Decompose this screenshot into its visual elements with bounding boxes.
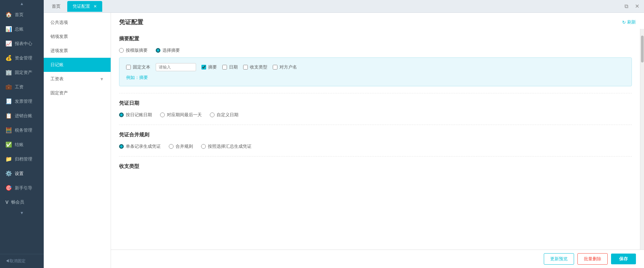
radio-select-summary-input[interactable] [156,48,160,53]
reports-icon: 📈 [5,40,12,47]
checkbox-summary-input[interactable] [201,65,206,70]
checkbox-date[interactable]: 日期 [222,64,238,70]
main-scrollbar[interactable] [640,29,644,250]
refresh-button[interactable]: ↻ 刷新 [622,19,636,25]
fixed-text-input[interactable] [156,63,196,71]
radio-merge-rules[interactable]: 合并规则 [169,143,193,149]
batch-delete-button[interactable]: 批量删除 [577,253,608,265]
radio-last-period-day[interactable]: 对应期间最后一天 [160,112,202,118]
restore-button[interactable]: ⧉ [622,3,630,10]
sidebar-item-settlement[interactable]: ✅ 结账 [0,137,44,152]
voucher-date-title: 凭证日期 [119,100,632,106]
left-nav: 公共选项 销项发票 进项发票 日记账 工资表 ▼ 固定资产 [44,13,111,268]
radio-select-summary-gen-input[interactable] [201,144,206,149]
radio-single-record-input[interactable] [119,144,124,149]
radio-journal-date[interactable]: 按日记账日期 [119,112,152,118]
summary-radio-group: 按模版摘要 选择摘要 [119,47,632,53]
radio-template-summary-input[interactable] [119,48,124,53]
update-preview-button[interactable]: 更新预览 [544,253,574,265]
checkbox-fixed-text[interactable]: 固定文本 [126,64,150,70]
sidebar-item-vip[interactable]: V 畅会员 [0,195,44,209]
sidebar-item-funds[interactable]: 💰 资金管理 [0,51,44,65]
checkbox-counterparty-input[interactable] [273,65,277,70]
radio-custom-date-input[interactable] [210,113,215,117]
checkbox-summary[interactable]: 摘要 [201,64,217,70]
merge-rules-title: 凭证合并规则 [119,132,632,138]
radio-merge-rules-input[interactable] [169,144,174,149]
radio-select-summary[interactable]: 选择摘要 [156,47,180,53]
checkbox-income-type-input[interactable] [243,65,248,70]
sidebar-scroll-up[interactable]: ▲ [0,0,44,7]
income-type-title: 收支类型 [119,163,632,170]
left-nav-purchase-invoice[interactable]: 进项发票 [44,44,111,58]
close-button[interactable]: ✕ [633,2,641,10]
save-button[interactable]: 保存 [611,254,636,264]
page-header: 凭证配置 ↻ 刷新 [111,13,644,29]
page-title: 凭证配置 [119,18,143,26]
radio-select-summary-gen[interactable]: 按照选择汇总生成凭证 [201,143,252,149]
income-type-section: 收支类型 [119,157,632,182]
example-text: 例如：摘要 [126,75,625,81]
checkbox-date-input[interactable] [222,65,227,70]
radio-single-record[interactable]: 单条记录生成凭证 [119,143,161,149]
chevron-down-icon: ▼ [100,77,104,82]
checkbox-counterparty[interactable]: 对方户名 [273,64,297,70]
vip-icon: V [5,199,8,205]
invoice-icon: 🧾 [5,98,12,104]
content-wrapper: 公共选项 销项发票 进项发票 日记账 工资表 ▼ 固定资产 凭证配置 [44,13,644,268]
radio-journal-date-input[interactable] [119,113,124,117]
guide-icon: 🎯 [5,185,12,191]
ledger-icon: 📊 [5,26,12,32]
tab-voucher-config[interactable]: 凭证配置 ✕ [67,1,102,12]
checkbox-income-type[interactable]: 收支类型 [243,64,267,70]
sidebar-item-reports[interactable]: 📈 报表中心 [0,36,44,51]
sidebar-item-invoice[interactable]: 🧾 发票管理 [0,94,44,108]
sidebar-item-fixed-assets[interactable]: 🏢 固定资产 [0,65,44,80]
sidebar-item-sales-ledger[interactable]: 📋 进销台账 [0,108,44,123]
left-nav-sales-invoice[interactable]: 销项发票 [44,30,111,44]
sidebar-item-home[interactable]: 🏠 首页 [0,7,44,22]
voucher-date-radio-group: 按日记账日期 对应期间最后一天 自定义日期 [119,112,632,118]
settings-icon: ⚙️ [5,170,12,177]
sidebar-item-ledger[interactable]: 📊 总账 [0,22,44,36]
radio-last-period-day-input[interactable] [160,113,165,117]
page-area: 凭证配置 ↻ 刷新 摘要配置 按模版摘要 [111,13,644,268]
radio-custom-date[interactable]: 自定义日期 [210,112,238,118]
summary-config-section: 摘要配置 按模版摘要 选择摘要 [119,29,632,93]
checkbox-fixed-text-input[interactable] [126,65,131,70]
tab-bar: 首页 凭证配置 ✕ ⧉ ✕ [44,0,644,13]
merge-rules-section: 凭证合并规则 单条记录生成凭证 合并规则 [119,125,632,157]
sales-ledger-icon: 📋 [5,113,12,119]
sidebar-item-archive[interactable]: 📁 归档管理 [0,152,44,166]
fixed-assets-icon: 🏢 [5,69,12,76]
sidebar-item-payroll[interactable]: 💼 工资 [0,80,44,94]
scrollbar-thumb[interactable] [641,36,644,62]
funds-icon: 💰 [5,55,12,61]
home-icon: 🏠 [5,11,12,18]
tab-close-icon[interactable]: ✕ [93,4,97,9]
tax-icon: 🧮 [5,127,12,133]
sidebar-item-guide[interactable]: 🎯 新手引导 [0,181,44,195]
summary-options: 固定文本 摘要 日期 [126,63,625,71]
summary-box: 固定文本 摘要 日期 [119,57,632,86]
left-nav-public[interactable]: 公共选项 [44,15,111,30]
page-content: 摘要配置 按模版摘要 选择摘要 [111,29,640,250]
sidebar-unpin-button[interactable]: ◀取消固定 [0,254,44,268]
window-controls: ⧉ ✕ [622,2,641,10]
summary-config-title: 摘要配置 [119,36,632,42]
payroll-icon: 💼 [5,84,12,90]
left-nav-fixed-assets[interactable]: 固定资产 [44,86,111,100]
settlement-icon: ✅ [5,141,12,148]
radio-template-summary[interactable]: 按模版摘要 [119,47,148,53]
sidebar-item-tax[interactable]: 🧮 税务管理 [0,123,44,137]
merge-rules-radio-group: 单条记录生成凭证 合并规则 按照选择汇总生成凭证 [119,143,632,149]
sidebar-scroll-down[interactable]: ▼ [0,209,44,217]
main-container: 首页 凭证配置 ✕ ⧉ ✕ 公共选项 销项发票 进项发票 日记账 [44,0,644,268]
bottom-toolbar: 更新预览 批量删除 保存 [111,250,644,268]
left-nav-payroll-table[interactable]: 工资表 ▼ [44,72,111,86]
archive-icon: 📁 [5,156,12,162]
tab-home[interactable]: 首页 [46,1,66,12]
left-nav-journal[interactable]: 日记账 [44,58,111,72]
sidebar-item-settings[interactable]: ⚙️ 设置 [0,166,44,181]
refresh-icon: ↻ [622,20,626,25]
